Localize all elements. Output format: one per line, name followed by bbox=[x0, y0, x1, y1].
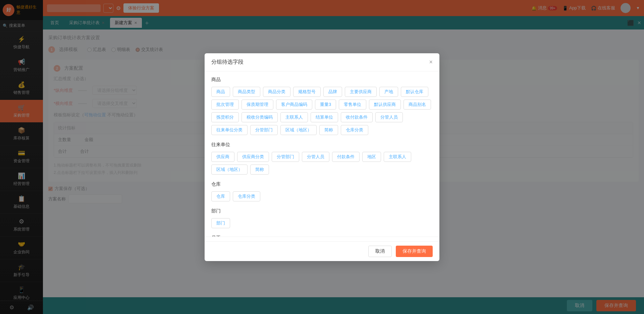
field-tag[interactable]: 仓库分类 bbox=[341, 125, 368, 135]
field-tags-往来单位: 供应商供应商分类分管部门分管人员付款条件地区主联系人区域（地区）简称 bbox=[211, 152, 433, 175]
field-tag[interactable]: 客户商品编码 bbox=[276, 100, 312, 110]
field-tags-部门: 部门 bbox=[211, 218, 433, 228]
field-tag[interactable]: 主联系人 bbox=[280, 112, 308, 122]
field-tag[interactable]: 商品 bbox=[211, 87, 230, 97]
modal-hscroll[interactable] bbox=[205, 237, 439, 241]
modal-header: 分组待选字段 × bbox=[205, 53, 439, 71]
field-tag[interactable]: 商品别名 bbox=[404, 100, 431, 110]
field-tag[interactable]: 简称 bbox=[250, 165, 269, 175]
field-tag[interactable]: 主要供应商 bbox=[345, 87, 377, 97]
modal-title: 分组待选字段 bbox=[211, 59, 244, 66]
field-section-往来单位: 往来单位供应商供应商分类分管部门分管人员付款条件地区主联系人区域（地区）简称 bbox=[211, 142, 433, 175]
field-tag[interactable]: 主联系人 bbox=[384, 152, 411, 162]
section-title-仓库: 仓库 bbox=[211, 181, 433, 187]
field-tag[interactable]: 零售单位 bbox=[339, 100, 366, 110]
field-tag[interactable]: 保质期管理 bbox=[241, 100, 273, 110]
field-select-modal: 分组待选字段 × 商品商品商品类型商品分类规格型号品牌主要供应商产地默认仓库批次… bbox=[205, 53, 439, 261]
field-tag[interactable]: 产地 bbox=[379, 87, 398, 97]
field-tag[interactable]: 区域（地区） bbox=[280, 125, 317, 135]
field-tag[interactable]: 往来单位分类 bbox=[211, 125, 248, 135]
field-tag[interactable]: 商品分类 bbox=[263, 87, 290, 97]
field-tag[interactable]: 仓库 bbox=[211, 191, 230, 201]
field-tag[interactable]: 仓库分类 bbox=[233, 191, 260, 201]
field-tag[interactable]: 区域（地区） bbox=[211, 165, 248, 175]
field-tag[interactable]: 分管部门 bbox=[272, 152, 299, 162]
field-tag[interactable]: 规格型号 bbox=[293, 87, 321, 97]
modal-save-btn[interactable]: 保存并查询 bbox=[396, 246, 433, 257]
modal-close-btn[interactable]: × bbox=[429, 59, 433, 66]
field-tag[interactable]: 供应商 bbox=[211, 152, 234, 162]
field-tags-仓库: 仓库仓库分类 bbox=[211, 191, 433, 201]
field-section-部门: 部门部门 bbox=[211, 208, 433, 228]
field-tag[interactable]: 简称 bbox=[319, 125, 338, 135]
field-tag[interactable]: 部门 bbox=[211, 218, 230, 228]
field-tag[interactable]: 拣货积分 bbox=[211, 112, 239, 122]
field-tag[interactable]: 商品类型 bbox=[233, 87, 260, 97]
section-title-商品: 商品 bbox=[211, 77, 433, 83]
field-section-仓库: 仓库仓库仓库分类 bbox=[211, 181, 433, 201]
modal-cancel-btn[interactable]: 取消 bbox=[368, 246, 392, 257]
section-title-部门: 部门 bbox=[211, 208, 433, 214]
field-tag[interactable]: 品牌 bbox=[323, 87, 342, 97]
field-section-商品: 商品商品商品类型商品分类规格型号品牌主要供应商产地默认仓库批次管理保质期管理客户… bbox=[211, 77, 433, 135]
field-tag[interactable]: 分管部门 bbox=[250, 125, 278, 135]
field-tag[interactable]: 收付款条件 bbox=[341, 112, 373, 122]
modal-footer: 取消 保存并查询 bbox=[205, 241, 439, 261]
field-tag[interactable]: 默认仓库 bbox=[401, 87, 428, 97]
field-tag[interactable]: 默认供应商 bbox=[369, 100, 401, 110]
field-tag[interactable]: 税收分类编码 bbox=[241, 112, 278, 122]
section-title-往来单位: 往来单位 bbox=[211, 142, 433, 148]
field-tag[interactable]: 分管人员 bbox=[302, 152, 329, 162]
modal-body: 商品商品商品类型商品分类规格型号品牌主要供应商产地默认仓库批次管理保质期管理客户… bbox=[205, 71, 439, 237]
field-tag[interactable]: 结算单位 bbox=[311, 112, 338, 122]
field-tag[interactable]: 分管人员 bbox=[375, 112, 403, 122]
field-tag[interactable]: 供应商分类 bbox=[237, 152, 269, 162]
field-tag[interactable]: 地区 bbox=[362, 152, 381, 162]
field-tag[interactable]: 重量3 bbox=[315, 100, 336, 110]
field-tags-商品: 商品商品类型商品分类规格型号品牌主要供应商产地默认仓库批次管理保质期管理客户商品… bbox=[211, 87, 433, 135]
field-tag[interactable]: 批次管理 bbox=[211, 100, 239, 110]
field-tag[interactable]: 付款条件 bbox=[332, 152, 360, 162]
